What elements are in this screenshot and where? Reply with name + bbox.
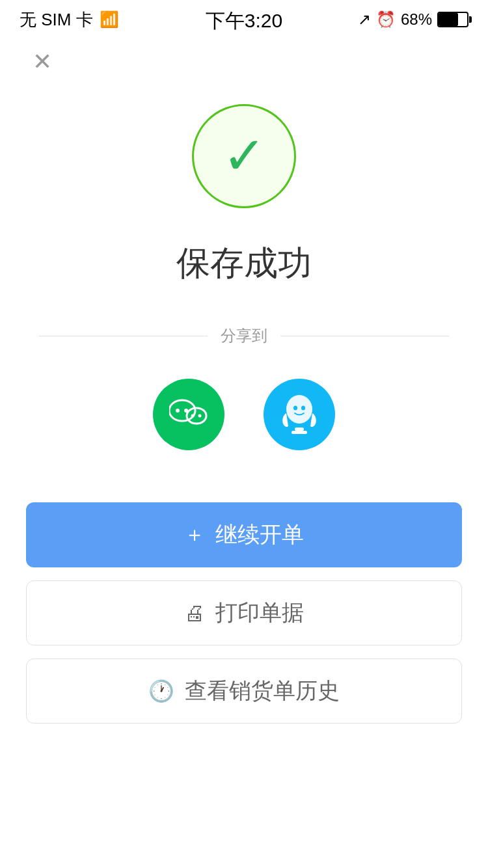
wechat-share-button[interactable] [153,379,224,450]
qq-icon [280,394,318,436]
history-label: 查看销货单历史 [185,676,340,706]
svg-point-6 [286,395,312,424]
success-title: 保存成功 [176,241,312,286]
checkmark-icon: ✓ [223,130,266,182]
qq-share-button[interactable] [264,379,335,450]
share-icons-container [153,379,335,450]
status-bar: 无 SIM 卡 📶 下午3:20 ↗ ⏰ 68% [0,0,488,39]
svg-point-5 [198,414,202,418]
close-icon: ✕ [33,50,52,74]
print-label: 打印单据 [215,598,304,628]
main-content: ✓ 保存成功 分享到 [0,39,488,724]
plus-icon: ＋ [184,521,205,549]
svg-point-4 [191,414,195,418]
continue-button[interactable]: ＋ 继续开单 [26,502,462,567]
sim-status: 无 SIM 卡 [20,8,93,31]
printer-icon: 🖨 [184,601,205,625]
clock-icon: 🕐 [148,679,174,703]
divider-left [39,336,208,336]
action-buttons: ＋ 继续开单 🖨 打印单据 🕐 查看销货单历史 [0,502,488,724]
success-circle: ✓ [192,104,296,208]
svg-point-2 [176,409,180,413]
svg-point-9 [301,405,305,410]
continue-label: 继续开单 [215,520,304,550]
share-divider: 分享到 [0,325,488,346]
close-button[interactable]: ✕ [26,46,59,78]
svg-point-0 [169,400,195,421]
location-icon: ↗ [358,10,371,29]
history-button[interactable]: 🕐 查看销货单历史 [26,658,462,724]
alarm-icon: ⏰ [376,10,396,29]
wechat-icon [169,398,208,431]
wifi-icon: 📶 [100,10,119,29]
battery-icon [437,12,468,27]
svg-rect-11 [291,431,307,434]
print-button[interactable]: 🖨 打印单据 [26,580,462,645]
battery-percent: 68% [401,10,432,29]
status-time: 下午3:20 [206,8,282,34]
svg-point-1 [187,408,206,424]
svg-point-3 [184,409,188,413]
svg-point-8 [293,405,297,410]
share-label: 分享到 [208,325,280,346]
svg-rect-10 [295,427,304,431]
divider-right [280,336,449,336]
status-left: 无 SIM 卡 📶 [20,8,119,31]
status-right: ↗ ⏰ 68% [358,10,468,29]
